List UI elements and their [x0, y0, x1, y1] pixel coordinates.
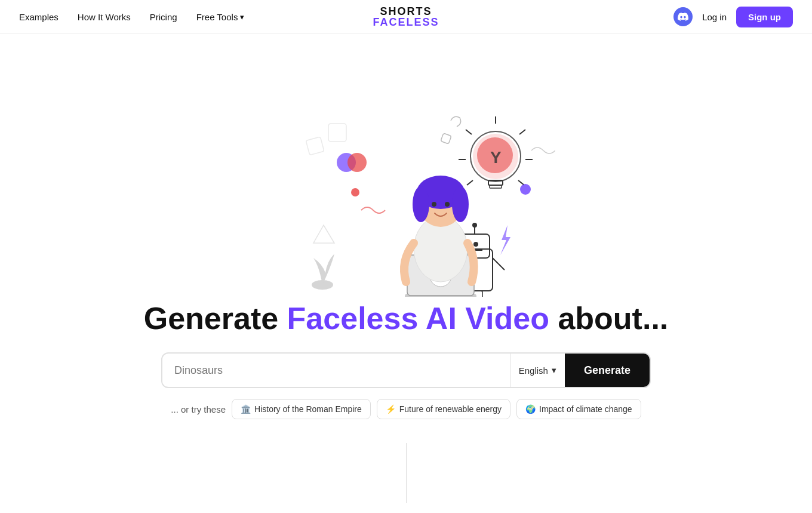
suggestion-roman[interactable]: 🏛️ History of the Roman Empire — [232, 399, 371, 419]
headline-highlight: Faceless AI Video — [287, 301, 549, 336]
hero-illustration: Y — [257, 46, 555, 297]
hero-section: Y — [0, 34, 812, 503]
svg-rect-29 — [490, 185, 502, 188]
svg-text:Y: Y — [490, 148, 502, 167]
renewable-emoji: ⚡ — [386, 404, 396, 414]
roman-emoji: 🏛️ — [241, 404, 251, 414]
suggestions-label: ... or try these — [171, 404, 226, 414]
nav-free-tools[interactable]: Free Tools ▾ — [196, 12, 245, 22]
logo[interactable]: SHORTS FACELESS — [373, 6, 439, 27]
nav-pricing[interactable]: Pricing — [150, 12, 177, 22]
nav-right: Log in Sign up — [673, 7, 793, 27]
svg-line-34 — [466, 130, 472, 134]
signup-button[interactable]: Sign up — [736, 7, 793, 27]
svg-rect-38 — [441, 133, 451, 144]
headline-before: Generate — [144, 301, 287, 336]
svg-marker-2 — [313, 225, 334, 243]
navbar: Examples How It Works Pricing Free Tools… — [0, 0, 812, 34]
nav-left: Examples How It Works Pricing Free Tools… — [19, 12, 244, 22]
language-selector[interactable]: English ▾ — [510, 354, 565, 387]
svg-point-46 — [413, 186, 429, 222]
topic-input[interactable] — [162, 355, 510, 386]
discord-icon[interactable] — [673, 7, 693, 26]
svg-point-48 — [432, 202, 436, 207]
climate-emoji: 🌍 — [525, 404, 536, 414]
svg-rect-0 — [328, 124, 346, 142]
svg-point-6 — [347, 153, 367, 172]
language-label: English — [519, 365, 548, 376]
suggestion-renewable[interactable]: ⚡ Future of renewable energy — [377, 399, 510, 419]
chevron-down-icon: ▾ — [240, 13, 244, 21]
svg-point-4 — [351, 188, 359, 196]
nav-examples[interactable]: Examples — [19, 12, 59, 22]
svg-point-13 — [472, 223, 477, 228]
language-chevron-icon: ▾ — [552, 365, 556, 376]
svg-line-31 — [519, 130, 525, 134]
generate-button[interactable]: Generate — [565, 354, 650, 387]
roman-label: History of the Roman Empire — [254, 404, 362, 414]
logo-line1: SHORTS — [380, 6, 432, 17]
section-divider — [406, 443, 407, 503]
svg-line-21 — [493, 258, 505, 270]
login-button[interactable]: Log in — [702, 12, 727, 22]
svg-point-37 — [520, 184, 531, 195]
suggestions-row: ... or try these 🏛️ History of the Roman… — [171, 399, 641, 419]
topic-input-area: English ▾ Generate — [161, 352, 651, 388]
svg-line-36 — [467, 180, 473, 185]
svg-rect-1 — [306, 137, 324, 155]
nav-free-tools-label[interactable]: Free Tools — [196, 12, 238, 22]
suggestion-climate[interactable]: 🌍 Impact of climate change — [516, 399, 641, 419]
climate-label: Impact of climate change — [539, 404, 632, 414]
nav-how-it-works[interactable]: How It Works — [78, 12, 131, 22]
svg-point-47 — [452, 186, 469, 222]
headline-after: about... — [549, 301, 668, 336]
renewable-label: Future of renewable energy — [399, 404, 502, 414]
svg-point-11 — [473, 242, 478, 247]
svg-point-49 — [445, 202, 450, 207]
hero-headline: Generate Faceless AI Video about... — [144, 302, 669, 336]
logo-line2: FACELESS — [373, 17, 439, 27]
